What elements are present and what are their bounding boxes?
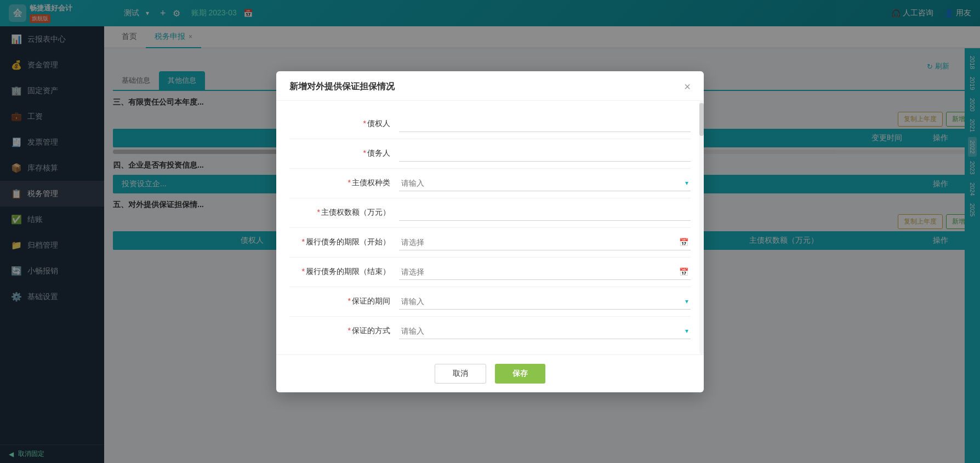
claim-type-label: *主债权种类 [289, 178, 399, 188]
dialog-overlay: 新增对外提供保证担保情况 × *债权人 *债务人 [0, 0, 980, 463]
creditor-input[interactable] [399, 116, 691, 132]
form-row-claim-amount: *主债权数额（万元） [289, 198, 691, 228]
dialog-scrollbar[interactable] [699, 101, 704, 355]
form-row-perform-start: *履行债务的期限（开始） 📅 [289, 228, 691, 258]
calendar-start-icon: 📅 [679, 238, 688, 247]
form-row-claim-type: *主债权种类 ▾ [289, 169, 691, 198]
cancel-button[interactable]: 取消 [435, 364, 486, 384]
dialog-close-button[interactable]: × [684, 81, 691, 92]
guarantee-method-input[interactable] [401, 327, 685, 335]
perform-end-date[interactable]: 📅 [399, 264, 691, 280]
dialog-footer: 取消 保存 [276, 355, 704, 392]
dialog-body: *债权人 *债务人 *主债权种类 ▾ [276, 101, 704, 355]
dialog: 新增对外提供保证担保情况 × *债权人 *债务人 [276, 71, 704, 392]
creditor-label: *债权人 [289, 119, 399, 129]
claim-type-arrow-icon: ▾ [685, 179, 688, 187]
claim-amount-label: *主债权数额（万元） [289, 208, 399, 218]
perform-start-date[interactable]: 📅 [399, 235, 691, 250]
save-button[interactable]: 保存 [495, 364, 545, 384]
perform-start-input[interactable] [401, 238, 679, 247]
debtor-label: *债务人 [289, 148, 399, 158]
perform-end-label: *履行债务的期限（结束） [289, 267, 399, 277]
guarantee-period-input[interactable] [401, 297, 685, 306]
form-row-guarantee-period: *保证的期间 ▾ [289, 287, 691, 317]
debtor-input[interactable] [399, 146, 691, 162]
dialog-header: 新增对外提供保证担保情况 × [276, 71, 704, 101]
form-row-guarantee-method: *保证的方式 ▾ [289, 317, 691, 346]
form-row-perform-end: *履行债务的期限（结束） 📅 [289, 258, 691, 287]
perform-end-input[interactable] [401, 267, 679, 276]
guarantee-method-select[interactable]: ▾ [399, 323, 691, 339]
claim-amount-input[interactable] [399, 205, 691, 221]
calendar-end-icon: 📅 [679, 267, 688, 276]
dialog-title: 新增对外提供保证担保情况 [289, 81, 395, 93]
guarantee-method-label: *保证的方式 [289, 326, 399, 336]
guarantee-period-select[interactable]: ▾ [399, 294, 691, 310]
guarantee-period-label: *保证的期间 [289, 296, 399, 306]
claim-type-select[interactable]: ▾ [399, 175, 691, 191]
claim-type-input[interactable] [401, 179, 685, 187]
form-row-creditor: *债权人 [289, 110, 691, 139]
guarantee-method-arrow-icon: ▾ [685, 327, 688, 335]
perform-start-label: *履行债务的期限（开始） [289, 237, 399, 247]
form-row-debtor: *债务人 [289, 139, 691, 169]
scrollbar-thumb [699, 103, 704, 136]
guarantee-period-arrow-icon: ▾ [685, 298, 688, 305]
